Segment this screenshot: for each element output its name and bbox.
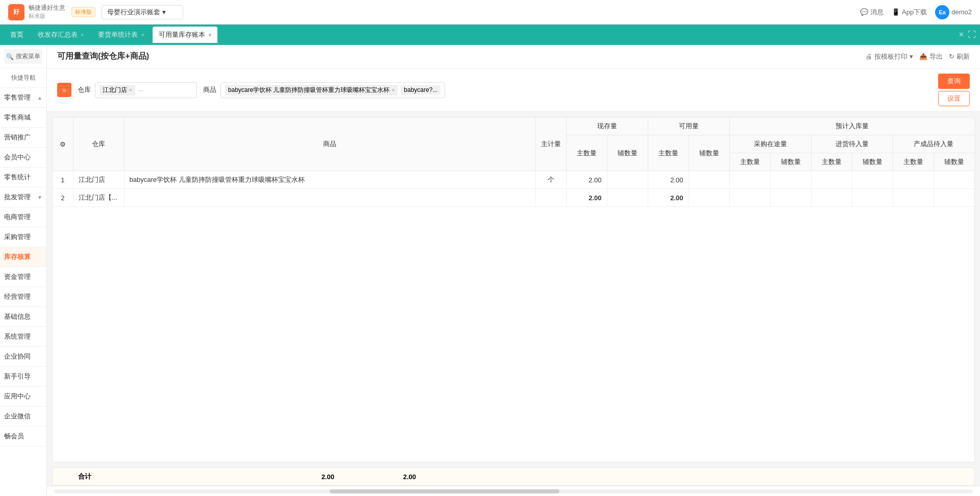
home-tab-label: 首页 bbox=[10, 30, 23, 39]
sidebar-item-label: 营销推广 bbox=[4, 133, 31, 142]
sidebar-item-basic-info[interactable]: 基础信息 bbox=[0, 307, 46, 327]
sidebar-item-label: 企业协同 bbox=[4, 352, 31, 361]
sidebar-item-new-guide[interactable]: 新手引导 bbox=[0, 367, 46, 387]
sidebar-item-quick-nav[interactable]: 快捷导航 bbox=[0, 68, 46, 88]
filter-area: » 仓库 江北门店 × ··· 商品 babycare学饮杯 儿童防摔防撞吸管杯… bbox=[47, 68, 980, 112]
print-button[interactable]: 🖨 按模板打印 ▾ bbox=[866, 52, 913, 61]
close-icon[interactable]: × bbox=[141, 32, 144, 38]
logo-area: 好 畅捷通好生意 标准版 bbox=[8, 4, 65, 20]
td-production-aux bbox=[934, 189, 974, 207]
tab-receive-pay[interactable]: 收发存汇总表 × bbox=[32, 27, 90, 43]
sidebar-item-label: 系统管理 bbox=[4, 332, 31, 341]
sidebar-item-enterprise-wechat[interactable]: 企业微信 bbox=[0, 407, 46, 427]
user-area[interactable]: Ea demo2 bbox=[935, 5, 972, 19]
sidebar-item-ops-mgmt[interactable]: 经营管理 bbox=[0, 287, 46, 307]
scrollbar-thumb[interactable] bbox=[330, 489, 559, 493]
export-label: 导出 bbox=[929, 52, 943, 61]
warehouse-filter-input[interactable]: 江北门店 × ··· bbox=[95, 82, 197, 98]
close-icon[interactable]: × bbox=[81, 32, 84, 38]
chevron-down-icon: ▾ bbox=[162, 8, 166, 16]
footer-stock-main: 2.00 bbox=[298, 473, 338, 481]
horizontal-scrollbar[interactable] bbox=[47, 486, 980, 496]
th-purchase-group: 采购在途量 bbox=[729, 135, 811, 153]
warehouse-tag-close-icon[interactable]: × bbox=[129, 87, 132, 93]
sidebar-item-wholesale-mgmt[interactable]: 批发管理 ▼ bbox=[0, 187, 46, 207]
th-available-group: 可用量 bbox=[648, 117, 729, 135]
th-stock-aux: 辅数量 bbox=[607, 135, 648, 171]
query-button[interactable]: 查询 bbox=[938, 74, 970, 89]
refresh-button[interactable]: ↻ 刷新 bbox=[949, 52, 970, 61]
sidebar-item-retail-shop[interactable]: 零售商城 bbox=[0, 108, 46, 128]
td-warehouse: 江北门店 bbox=[73, 171, 124, 189]
tab-home[interactable]: 首页 bbox=[4, 27, 30, 43]
th-unit: 主计量 bbox=[535, 117, 566, 171]
tab-fullscreen-icon[interactable]: ⛶ bbox=[968, 30, 976, 39]
sidebar-item-app-center[interactable]: 应用中心 bbox=[0, 387, 46, 407]
sidebar-item-retail-mgmt[interactable]: 零售管理 ▲ bbox=[0, 88, 46, 108]
refresh-label: 刷新 bbox=[957, 52, 970, 61]
tab-available-stock[interactable]: 可用量库存账本 × bbox=[153, 27, 217, 43]
td-stock-aux bbox=[607, 189, 648, 207]
industry-selector[interactable]: 母婴行业演示账套 ▾ bbox=[102, 5, 183, 19]
td-seq: 1 bbox=[53, 171, 73, 189]
sidebar-item-marketing[interactable]: 营销推广 bbox=[0, 128, 46, 148]
table-row: 2 江北门店【... 2.00 2.00 bbox=[53, 189, 974, 207]
export-button[interactable]: 📤 导出 bbox=[919, 52, 943, 61]
td-avail-aux bbox=[689, 189, 729, 207]
message-label: 消息 bbox=[870, 8, 884, 17]
td-warehouse: 江北门店【... bbox=[73, 189, 124, 207]
page-header-actions: 🖨 按模板打印 ▾ 📤 导出 ↻ 刷新 bbox=[866, 52, 970, 61]
sidebar-item-inventory-check[interactable]: 库存核算 bbox=[0, 247, 46, 267]
tab-order-stats[interactable]: 要货单统计表 × bbox=[92, 27, 150, 43]
search-menu-button[interactable]: 🔍 搜索菜单 bbox=[4, 49, 42, 64]
warehouse-tag-label: 江北门店 bbox=[103, 86, 127, 95]
th-incoming-aux: 辅数量 bbox=[852, 153, 893, 171]
product-filter-input[interactable]: babycare学饮杯 儿童防摔防撞吸管杯重力球吸嘴杯宝宝水杯 × babyca… bbox=[220, 82, 446, 98]
td-purchase-main bbox=[729, 189, 770, 207]
content-area: 可用量查询(按仓库+商品) 🖨 按模板打印 ▾ 📤 导出 ↻ 刷新 » bbox=[47, 45, 980, 496]
td-incoming-aux bbox=[852, 171, 893, 189]
sidebar-item-label: 新手引导 bbox=[4, 372, 31, 381]
logo-icon: 好 bbox=[8, 4, 24, 20]
setting-button[interactable]: 设置 bbox=[938, 91, 970, 106]
sidebar-item-label: 畅会员 bbox=[4, 432, 24, 441]
th-forecast-group: 预计入库量 bbox=[729, 117, 974, 135]
settings-icon[interactable]: ⚙ bbox=[60, 140, 66, 148]
page-header: 可用量查询(按仓库+商品) 🖨 按模板打印 ▾ 📤 导出 ↻ 刷新 bbox=[47, 45, 980, 68]
sidebar-item-label: 应用中心 bbox=[4, 392, 31, 401]
footer-label: 合计 bbox=[73, 472, 124, 481]
td-purchase-aux bbox=[770, 171, 811, 189]
message-action[interactable]: 💬 消息 bbox=[860, 8, 884, 17]
chevron-icon: ▲ bbox=[37, 95, 42, 101]
export-icon: 📤 bbox=[919, 53, 927, 60]
quick-nav-label: 快捷导航 bbox=[11, 74, 36, 81]
app-download-action[interactable]: 📱 App下载 bbox=[892, 8, 927, 17]
td-unit bbox=[535, 189, 566, 207]
more-dots-icon[interactable]: ··· bbox=[138, 86, 144, 94]
product-tag-close-icon[interactable]: × bbox=[392, 87, 395, 93]
sidebar-item-retail-stats[interactable]: 零售统计 bbox=[0, 168, 46, 187]
refresh-icon: ↻ bbox=[949, 53, 954, 60]
td-stock-main: 2.00 bbox=[566, 189, 607, 207]
close-icon[interactable]: × bbox=[208, 32, 211, 38]
filter-toggle-button[interactable]: » bbox=[57, 83, 71, 97]
sidebar-item-ecommerce-mgmt[interactable]: 电商管理 bbox=[0, 207, 46, 227]
sidebar-item-enterprise-collab[interactable]: 企业协同 bbox=[0, 347, 46, 367]
tab-close-all-icon[interactable]: × bbox=[959, 30, 964, 39]
table-footer: 合计 2.00 2.00 bbox=[52, 467, 975, 486]
tab-bar: 首页 收发存汇总表 × 要货单统计表 × 可用量库存账本 × × ⛶ bbox=[0, 25, 980, 45]
th-product: 商品 bbox=[124, 117, 535, 171]
warehouse-filter-group: 仓库 江北门店 × ··· bbox=[78, 82, 197, 98]
receive-pay-tab-label: 收发存汇总表 bbox=[38, 30, 78, 39]
sidebar-item-finance-mgmt[interactable]: 资金管理 bbox=[0, 267, 46, 287]
td-product bbox=[124, 189, 535, 207]
sidebar-item-system-mgmt[interactable]: 系统管理 bbox=[0, 327, 46, 347]
sidebar-item-label: 采购管理 bbox=[4, 232, 31, 242]
sidebar-item-purchase-mgmt[interactable]: 采购管理 bbox=[0, 227, 46, 247]
sidebar-item-member-center[interactable]: 会员中心 bbox=[0, 148, 46, 168]
th-avail-aux: 辅数量 bbox=[689, 135, 729, 171]
available-stock-tab-label: 可用量库存账本 bbox=[159, 30, 205, 39]
sidebar-item-vip-member[interactable]: 畅会员 bbox=[0, 427, 46, 446]
td-avail-main: 2.00 bbox=[648, 171, 689, 189]
top-bar-right: 💬 消息 📱 App下载 Ea demo2 bbox=[860, 5, 972, 19]
